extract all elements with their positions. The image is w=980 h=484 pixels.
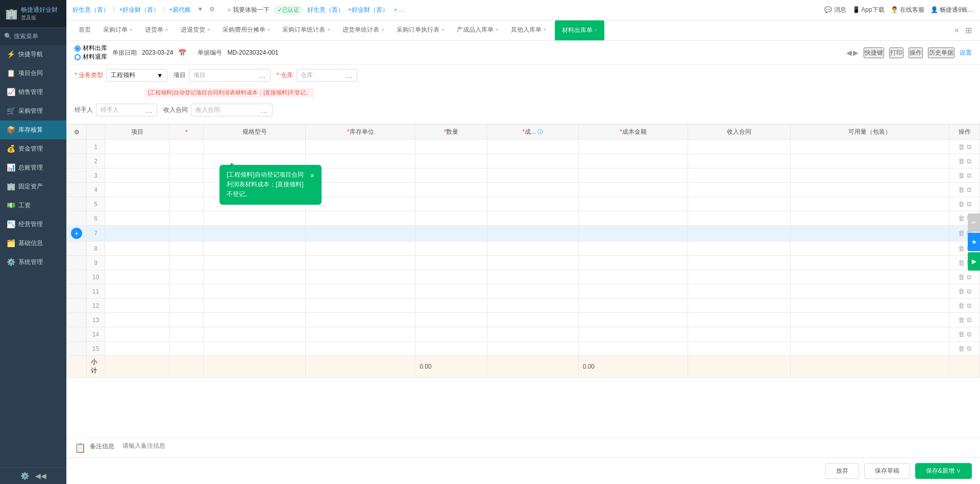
- delete-icon[interactable]: 🗑: [958, 345, 965, 352]
- copy-icon[interactable]: ⧉: [967, 186, 971, 193]
- app-download-btn[interactable]: 📱 App下载: [852, 6, 885, 14]
- link-haoshengyi[interactable]: 好生意（首）: [72, 6, 109, 14]
- radio-material-return[interactable]: 材料退库: [75, 53, 107, 61]
- sidebar-item-ops[interactable]: 📉 经营管理: [0, 215, 66, 234]
- float-green-btn[interactable]: ▶: [968, 252, 980, 271]
- handler-select[interactable]: 经手人 …: [96, 104, 157, 116]
- tab-close[interactable]: ×: [130, 27, 133, 33]
- tab-close[interactable]: ×: [267, 27, 271, 33]
- tab-close[interactable]: ×: [595, 28, 598, 33]
- copy-icon[interactable]: ⧉: [967, 143, 971, 151]
- warehouse-dots-icon[interactable]: …: [346, 71, 353, 80]
- save-draft-button[interactable]: 保存草稿: [864, 463, 910, 479]
- tab-return[interactable]: 进退货货 ×: [175, 20, 216, 41]
- delete-icon[interactable]: 🗑: [958, 157, 965, 165]
- copy-icon[interactable]: ⧉: [967, 316, 971, 324]
- tab-incoming[interactable]: 进货单 ×: [139, 20, 175, 41]
- tooltip-close-btn[interactable]: ×: [310, 170, 314, 181]
- settings-icon[interactable]: ⚙️: [20, 472, 29, 480]
- ops-btn[interactable]: 操作: [909, 47, 923, 58]
- link-haoshengyi2[interactable]: 好生意（首）: [307, 6, 344, 14]
- copy-icon[interactable]: ⧉: [967, 302, 971, 309]
- tab-cost-split[interactable]: 采购费用分摊单 ×: [216, 20, 277, 41]
- delete-icon[interactable]: 🗑: [958, 200, 965, 208]
- tab-purchase-stats[interactable]: 采购订单统计表 ×: [276, 20, 336, 41]
- note-input[interactable]: [122, 442, 972, 449]
- history-btn[interactable]: 历史单据: [928, 47, 954, 58]
- tab-order-exec[interactable]: 采购订单执行表 ×: [390, 20, 451, 41]
- float-edit-btn[interactable]: ✏: [968, 213, 980, 232]
- discard-button[interactable]: 放弃: [825, 463, 859, 479]
- user-avatar[interactable]: 👤 畅捷通8账…: [930, 6, 974, 14]
- tab-close[interactable]: ×: [381, 27, 384, 33]
- message-btn[interactable]: 💬 消息: [824, 6, 846, 14]
- tab-material-outbound[interactable]: 材料出库单 ×: [555, 20, 605, 41]
- next-arrow[interactable]: ▶: [853, 49, 859, 57]
- delete-icon[interactable]: 🗑: [958, 259, 965, 267]
- tab-incoming-stats[interactable]: 进货单统计表 ×: [336, 20, 390, 41]
- tab-close[interactable]: ×: [207, 27, 210, 33]
- prev-arrow[interactable]: ◀: [846, 49, 852, 57]
- tab-purchase-order[interactable]: 采购订单 ×: [97, 20, 139, 41]
- link-more[interactable]: ＋…: [393, 6, 405, 14]
- calendar-icon[interactable]: 📅: [178, 49, 186, 57]
- settings-gear[interactable]: ⚙: [209, 6, 215, 14]
- sidebar-item-salary[interactable]: 💵 工资: [0, 196, 66, 215]
- income-contract-select[interactable]: 收入合同 …: [191, 104, 273, 116]
- copy-icon[interactable]: ⧉: [967, 200, 971, 208]
- kuaijian-btn[interactable]: 快捷键: [864, 47, 884, 58]
- business-type-select[interactable]: 工程领料 ▼: [106, 69, 167, 82]
- search-menu[interactable]: 🔍 搜索菜单: [0, 28, 66, 45]
- sidebar-item-project[interactable]: 📋 项目合同: [0, 64, 66, 83]
- add-row-btn[interactable]: +: [71, 228, 82, 239]
- link-yidaizhang[interactable]: +易代账: [169, 6, 191, 14]
- copy-icon[interactable]: ⧉: [967, 172, 971, 179]
- delete-icon[interactable]: 🗑: [958, 316, 965, 324]
- copy-icon[interactable]: ⧉: [967, 157, 971, 165]
- delete-icon[interactable]: 🗑: [958, 229, 965, 237]
- sidebar-item-basic[interactable]: 🗂️ 基础信息: [0, 234, 66, 253]
- sidebar-item-accounting[interactable]: 📊 总账管理: [0, 158, 66, 177]
- copy-icon[interactable]: ⧉: [967, 345, 971, 352]
- delete-icon[interactable]: 🗑: [958, 214, 965, 222]
- delete-icon[interactable]: 🗑: [958, 330, 965, 338]
- sidebar-item-finance[interactable]: 💰 资金管理: [0, 139, 66, 158]
- tab-close[interactable]: ×: [544, 27, 547, 33]
- tab-close[interactable]: ×: [496, 27, 499, 33]
- save-new-button[interactable]: 保存&新增 ∨: [915, 463, 972, 479]
- delete-icon[interactable]: 🗑: [958, 143, 965, 151]
- delete-icon[interactable]: 🗑: [958, 302, 965, 309]
- tab-product-inbound[interactable]: 产成品入库单 ×: [451, 20, 505, 41]
- project-dots-icon[interactable]: …: [259, 71, 266, 80]
- link-haoyecai2[interactable]: +好业财（首）: [348, 6, 388, 14]
- sidebar-item-sales[interactable]: 📈 销售管理: [0, 83, 66, 102]
- online-support-btn[interactable]: 👨‍💼 在线客服: [891, 6, 924, 14]
- handler-dots-icon[interactable]: …: [145, 106, 153, 114]
- warehouse-select[interactable]: 仓库 …: [296, 69, 357, 82]
- print-btn[interactable]: 打印: [889, 47, 903, 58]
- link-haoyecai[interactable]: +好业财（首）: [119, 6, 159, 14]
- delete-icon[interactable]: 🗑: [958, 245, 965, 252]
- delete-icon[interactable]: 🗑: [958, 273, 965, 281]
- income-dots-icon[interactable]: …: [261, 106, 268, 114]
- delete-icon[interactable]: 🗑: [958, 287, 965, 295]
- tab-other-inbound[interactable]: 其他入库单 ×: [505, 20, 553, 41]
- sidebar-item-assets[interactable]: 🏢 固定资产: [0, 177, 66, 196]
- tab-close[interactable]: ×: [165, 27, 168, 33]
- delete-icon[interactable]: 🗑: [958, 172, 965, 179]
- experience-btn[interactable]: ○ 我要体验一下: [227, 6, 270, 14]
- info-icon[interactable]: ⓘ: [537, 129, 543, 135]
- copy-icon[interactable]: ⧉: [967, 287, 971, 295]
- sidebar-item-purchase[interactable]: 🛒 采购管理: [0, 102, 66, 120]
- collapse-icon[interactable]: ◀◀: [35, 472, 46, 480]
- sidebar-item-system[interactable]: ⚙️ 系统管理: [0, 253, 66, 272]
- radio-material-outbound[interactable]: 材料出库: [75, 44, 107, 53]
- project-select[interactable]: 项目 …: [189, 69, 271, 82]
- delete-icon[interactable]: 🗑: [958, 186, 965, 193]
- sidebar-item-quicknav[interactable]: ⚡ 快捷导航: [0, 45, 66, 64]
- tab-close[interactable]: ×: [327, 27, 330, 33]
- sidebar-item-inventory[interactable]: 📦 库存核算: [0, 120, 66, 139]
- tab-close[interactable]: ×: [442, 27, 445, 33]
- float-blue-btn[interactable]: ★: [968, 233, 980, 251]
- tab-bar-close[interactable]: ×: [950, 26, 963, 35]
